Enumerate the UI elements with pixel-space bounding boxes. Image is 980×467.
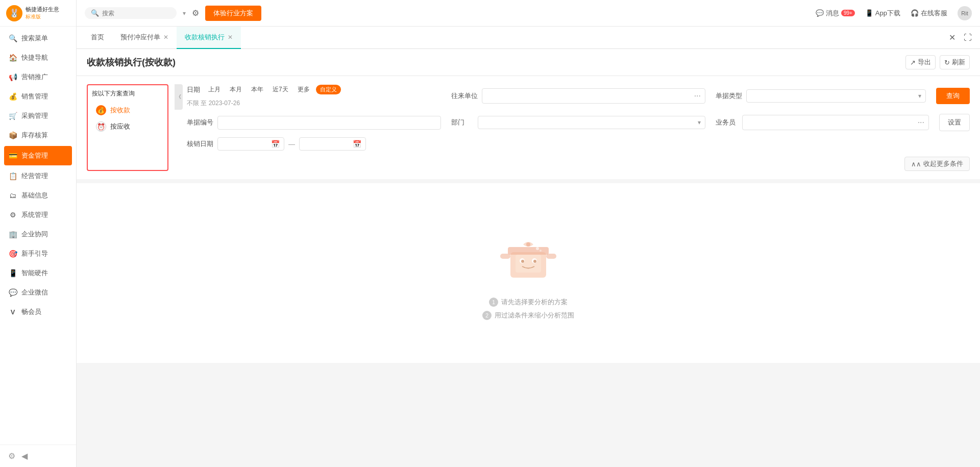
svg-rect-1	[508, 247, 549, 255]
last-month-btn[interactable]: 上月	[205, 84, 224, 95]
hint-number-1: 1	[489, 298, 498, 307]
close-tab-icon[interactable]: ✕	[947, 31, 958, 44]
sidebar-item-sales[interactable]: 💰 销售管理	[0, 87, 76, 106]
sidebar-item-vip[interactable]: V 畅会员	[0, 302, 76, 322]
topbar-gear-icon[interactable]: ⚙	[192, 8, 199, 18]
sidebar-item-search[interactable]: 🔍 搜索菜单	[0, 29, 76, 48]
verify-date-end-input[interactable]: 2023-07-21	[304, 140, 350, 148]
message-badge: 99+	[841, 10, 855, 16]
headphone-icon: 🎧	[911, 9, 919, 17]
svg-point-5	[521, 260, 524, 263]
sidebar-item-finance[interactable]: 💳 资金管理	[4, 146, 72, 165]
filter-option-by-receipt[interactable]: 💰 按收款	[92, 102, 163, 118]
sales-icon: 💰	[8, 92, 17, 101]
logo-text: 畅捷通好生意	[26, 6, 59, 13]
custom-date-tag[interactable]: 自定义	[316, 85, 341, 94]
sidebar-item-inventory[interactable]: 📦 库存核算	[0, 126, 76, 145]
staff-dots-icon[interactable]: ···	[918, 118, 924, 127]
tab-prepay-close-icon[interactable]: ✕	[163, 34, 168, 41]
dept-select[interactable]: ▾	[478, 116, 705, 129]
basic-icon: 🗂	[8, 191, 17, 200]
settings-button[interactable]: 设置	[939, 114, 970, 131]
filter-row-2: 单据编号 部门 ▾ 业务员	[187, 114, 970, 131]
tab-collection[interactable]: 收款核销执行 ✕	[177, 27, 241, 49]
staff-select[interactable]: ···	[742, 115, 929, 130]
more-date-btn[interactable]: 更多	[295, 84, 313, 95]
verify-date-end-wrap[interactable]: 2023-07-21 📅	[299, 137, 366, 151]
tab-home[interactable]: 首页	[83, 27, 112, 49]
wechat-icon: 💬	[8, 288, 17, 297]
filter-row-1: 日期 上月 本月 本年 近7天 更多 自定义 不限 至 2023-07-26	[187, 84, 970, 108]
sidebar: 🐰 畅捷通好生意 标准版 🔍 搜索菜单 🏠 快捷导航 📢 营销推广 💰 销售管理…	[0, 0, 77, 467]
sidebar-item-business[interactable]: 📋 经营管理	[0, 166, 76, 186]
sidebar-item-purchase[interactable]: 🛒 采购管理	[0, 106, 76, 126]
empty-hint-1: 1 请先选择要分析的方案	[489, 298, 568, 307]
sidebar-item-system[interactable]: ⚙ 系统管理	[0, 205, 76, 225]
date-filter-row: 日期 上月 本月 本年 近7天 更多 自定义	[187, 84, 441, 95]
topbar-chevron-down-icon: ▾	[183, 10, 186, 17]
this-month-btn[interactable]: 本月	[227, 84, 245, 95]
sidebar-item-basic[interactable]: 🗂 基础信息	[0, 186, 76, 205]
sidebar-item-hardware[interactable]: 📱 智能硬件	[0, 263, 76, 283]
svg-point-9	[526, 242, 530, 247]
guide-icon: 🎯	[8, 249, 17, 258]
calendar-start-icon[interactable]: 📅	[271, 140, 280, 148]
inventory-icon: 📦	[8, 131, 17, 140]
topbar-search-input[interactable]	[102, 10, 163, 17]
message-button[interactable]: 💬 消息 99+	[816, 9, 855, 18]
last-7days-btn[interactable]: 近7天	[270, 84, 291, 95]
settings-icon[interactable]: ⚙	[8, 451, 15, 461]
sidebar-item-quick-nav[interactable]: 🏠 快捷导航	[0, 48, 76, 67]
dept-chevron-icon: ▾	[698, 119, 701, 126]
page-title: 收款核销执行(按收款)	[87, 56, 176, 68]
tab-prepay[interactable]: 预付冲应付单 ✕	[112, 27, 177, 49]
export-button[interactable]: ↗ 导出	[905, 55, 936, 69]
doc-number-label: 单据编号	[187, 118, 213, 127]
doc-type-chevron-icon: ▾	[918, 92, 921, 100]
filter-layout: 按以下方案查询 💰 按收款 ⏰ 按应收 《	[87, 84, 970, 171]
filter-collapse-button[interactable]: 《	[175, 84, 183, 110]
sidebar-item-guide[interactable]: 🎯 新手引导	[0, 244, 76, 263]
logo-icon: 🐰	[6, 5, 22, 21]
staff-field: 业务员 ··· 设置	[716, 114, 970, 131]
solution-button[interactable]: 体验行业方案	[205, 6, 261, 21]
app-download-button[interactable]: 📱 App下载	[865, 9, 900, 18]
doc-number-input[interactable]	[217, 116, 441, 130]
hint-number-2: 2	[482, 311, 492, 320]
partner-dots-icon[interactable]: ···	[694, 91, 701, 101]
receivable-icon: ⏰	[96, 121, 106, 132]
this-year-btn[interactable]: 本年	[248, 84, 266, 95]
svg-rect-7	[500, 254, 510, 259]
verify-date-start-input[interactable]: 2023-03-01	[222, 140, 268, 148]
hardware-icon: 📱	[8, 268, 17, 278]
empty-robot-svg	[498, 224, 559, 285]
collapse-more-button[interactable]: ∧∧ 收起更多条件	[904, 157, 970, 171]
refresh-button[interactable]: ↻ 刷新	[940, 55, 970, 69]
tabbar: 首页 预付冲应付单 ✕ 收款核销执行 ✕ ✕ ⛶	[77, 27, 980, 49]
topbar-search-box[interactable]: 🔍	[85, 7, 177, 19]
filter-sidebar: 按以下方案查询 💰 按收款 ⏰ 按应收	[87, 84, 168, 171]
calendar-end-icon[interactable]: 📅	[353, 140, 361, 148]
tab-collection-close-icon[interactable]: ✕	[228, 34, 233, 41]
date-label: 日期	[187, 85, 202, 94]
receipt-icon: 💰	[96, 105, 106, 115]
sidebar-item-wechat[interactable]: 💬 企业微信	[0, 283, 76, 302]
user-avatar[interactable]: Rit	[958, 6, 972, 20]
partner-select[interactable]: ···	[482, 88, 705, 104]
filter-option-by-receivable[interactable]: ⏰ 按应收	[92, 118, 163, 135]
collapse-sidebar-icon[interactable]: ◀	[21, 451, 28, 461]
filter-bottom-row: ∧∧ 收起更多条件	[187, 157, 970, 171]
logo-subtext: 标准版	[26, 13, 59, 20]
sidebar-item-marketing[interactable]: 📢 营销推广	[0, 67, 76, 87]
verify-date-start-wrap[interactable]: 2023-03-01 📅	[217, 137, 284, 151]
vip-icon: V	[8, 307, 17, 316]
sidebar-item-enterprise[interactable]: 🏢 企业协同	[0, 225, 76, 244]
partner-field: 往来单位 ···	[451, 88, 705, 104]
maximize-icon[interactable]: ⛶	[962, 31, 974, 44]
query-button[interactable]: 查询	[936, 88, 970, 104]
date-field: 日期 上月 本月 本年 近7天 更多 自定义 不限 至 2023-07-26	[187, 84, 441, 108]
online-service-button[interactable]: 🎧 在线客服	[911, 9, 947, 18]
phone-icon: 📱	[865, 9, 873, 17]
doc-type-field: 单据类型 ▾ 查询	[716, 88, 970, 104]
doc-type-select[interactable]: ▾	[746, 89, 926, 103]
